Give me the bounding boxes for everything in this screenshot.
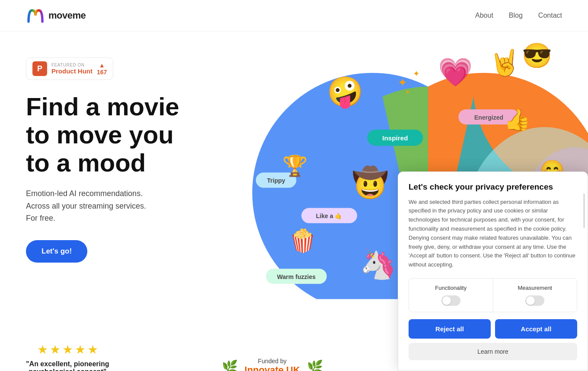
leaf-left-icon: 🌿 [222,359,238,371]
svg-text:😎: 😎 [522,41,553,70]
accept-all-button[interactable]: Accept all [495,319,577,339]
logo-text: moveme [48,10,86,21]
stars: ★ ★ ★ ★ ★ [37,342,98,357]
review-text: "An excellent, pioneeringpsychological c… [26,360,109,371]
privacy-title: Let's check your privacy preferences [409,182,577,192]
star-3: ★ [62,342,73,357]
funded-line2: Innovate UK [245,365,300,371]
funded-section: 🌿 Funded by Innovate UK 🌿 [222,358,323,371]
privacy-modal: Let's check your privacy preferences We … [398,171,588,371]
learn-more-button[interactable]: Learn more [409,343,577,360]
svg-text:🤪: 🤪 [327,75,364,109]
svg-text:✦: ✦ [398,76,407,89]
measurement-label: Measurement [518,285,552,291]
functionality-label: Functionality [435,285,467,291]
hero-left: P FEATURED ON Product Hunt ▲ 167 Find a … [26,49,225,263]
privacy-buttons: Reject all Accept all [409,319,577,339]
svg-text:✦: ✦ [413,69,420,78]
ph-text: FEATURED ON Product Hunt [51,63,93,75]
ph-icon: P [32,61,47,76]
svg-text:Warm fuzzies: Warm fuzzies [277,273,316,280]
svg-text:💗: 💗 [438,56,473,89]
svg-text:Inspired: Inspired [382,134,408,142]
ph-name: Product Hunt [51,67,93,75]
ph-count: 167 [97,69,107,76]
star-4: ★ [75,342,86,357]
star-1: ★ [37,342,48,357]
functionality-toggle-section: Functionality [409,279,493,312]
svg-text:Energized: Energized [474,114,503,121]
hero-subtitle: Emotion-led AI recommendations. Across a… [26,187,225,225]
measurement-toggle[interactable] [525,295,544,306]
svg-text:🤘: 🤘 [489,48,521,78]
privacy-body: We and selected third parties collect pe… [409,198,577,270]
logo-icon [26,6,45,25]
nav-blog[interactable]: Blog [509,12,523,19]
ph-votes: ▲ 167 [97,62,107,76]
ph-arrow-icon: ▲ [99,62,105,69]
nav-contact[interactable]: Contact [538,12,562,19]
svg-text:Like a 🤙: Like a 🤙 [316,212,343,220]
privacy-toggles: Functionality Measurement [409,278,577,312]
hero-title: Find a movie to move you to a mood [26,93,225,177]
functionality-toggle[interactable] [441,295,460,306]
svg-text:🤠: 🤠 [352,165,389,200]
nav-links: About Blog Contact [475,12,562,19]
leaf-right-icon: 🌿 [307,359,323,371]
product-hunt-badge[interactable]: P FEATURED ON Product Hunt ▲ 167 [26,57,113,80]
measurement-toggle-section: Measurement [493,279,577,312]
svg-text:Trippy: Trippy [267,177,285,184]
logo[interactable]: moveme [26,6,86,25]
ph-featured-label: FEATURED ON [51,63,93,67]
svg-text:👍: 👍 [504,107,531,133]
star-5: ★ [87,342,98,357]
navbar: moveme About Blog Contact [0,0,588,32]
svg-text:🦄: 🦄 [360,247,396,281]
modal-scrollbar [583,193,585,228]
cta-button[interactable]: Let's go! [26,240,87,263]
nav-about[interactable]: About [475,12,493,19]
star-2: ★ [50,342,61,357]
svg-text:✦: ✦ [405,89,410,95]
svg-text:🍿: 🍿 [289,228,317,254]
funded-text: Funded by Innovate UK [245,358,300,371]
stars-section: ★ ★ ★ ★ ★ "An excellent, pioneeringpsych… [26,342,109,371]
funded-line1: Funded by [245,358,300,365]
reject-all-button[interactable]: Reject all [409,319,491,339]
privacy-overlay: Let's check your privacy preferences We … [398,171,588,371]
svg-text:🏆: 🏆 [282,154,308,178]
